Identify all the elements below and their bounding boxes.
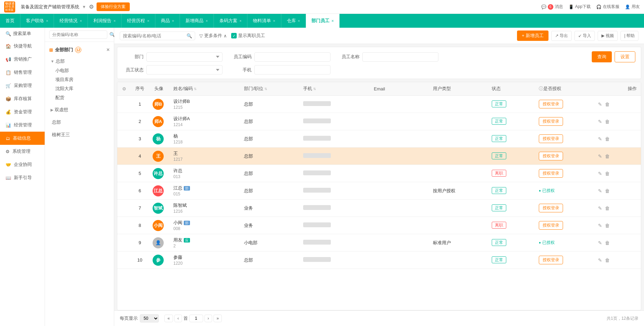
sidebar-item-system[interactable]: ⚙ 系统管理 (0, 145, 45, 158)
video-button[interactable]: ▶ 视频 (598, 31, 618, 41)
dept-group-name[interactable]: ▶ 双虚想 (45, 105, 114, 115)
show-resigned-checkbox[interactable]: ✓ 显示离职员工 (231, 33, 265, 39)
sort-icon[interactable]: ⇅ (194, 87, 197, 91)
delete-icon[interactable]: 🗑 (605, 171, 610, 176)
nav-item-history[interactable]: 经营历程 × (121, 14, 155, 28)
sidebar-item-operations[interactable]: 📊 经营管理 (0, 118, 45, 132)
auth-login-button[interactable]: 授权登录 (539, 221, 563, 230)
delete-icon[interactable]: 🗑 (605, 119, 610, 124)
export-button[interactable]: ↗ 导出 (551, 31, 572, 41)
dept-all-item[interactable]: ⊞ 全部部门 12 ✕ (45, 45, 114, 55)
nav-item-warehouse[interactable]: 仓库 × (281, 14, 306, 28)
edit-icon[interactable]: ✎ (598, 119, 602, 124)
delete-icon[interactable]: 🗑 (605, 223, 610, 228)
search-input[interactable] (123, 33, 185, 38)
edit-icon[interactable]: ✎ (598, 171, 602, 176)
nav-item-product[interactable]: 商品 × (155, 14, 180, 28)
close-icon[interactable]: × (147, 19, 149, 23)
nav-item-barcode[interactable]: 条码方案 × (214, 14, 247, 28)
edit-icon[interactable]: ✎ (598, 102, 602, 107)
edit-icon[interactable]: ✎ (598, 240, 602, 246)
dept-child-project[interactable]: 项目库房 (45, 75, 114, 84)
nav-item-operation[interactable]: 经营情况 × (54, 14, 88, 28)
auth-login-button[interactable]: 授权登录 (539, 152, 563, 160)
settings-icon[interactable]: ⚙ (122, 86, 126, 91)
auth-login-button[interactable]: 授权登录 (539, 100, 563, 108)
sidebar-item-sales[interactable]: 📋 销售管理 (0, 66, 45, 79)
dept-child-delivery[interactable]: 配货 (45, 93, 114, 102)
dept-group-name[interactable]: 植树王三 (45, 130, 114, 140)
close-icon[interactable]: × (46, 19, 48, 23)
edit-icon[interactable]: ✎ (598, 153, 602, 159)
last-page-button[interactable]: » (214, 315, 222, 322)
add-employee-button[interactable]: + 新增员工 (517, 30, 548, 41)
edit-icon[interactable]: ✎ (598, 257, 602, 263)
per-page-select[interactable]: 50 100 (140, 314, 159, 323)
online-service-button[interactable]: 🎧 在线客服 (596, 4, 619, 10)
close-icon[interactable]: × (273, 19, 275, 23)
dept-child-shenyang[interactable]: 沈阳大库 (45, 84, 114, 93)
delete-icon[interactable]: 🗑 (605, 136, 610, 142)
edit-icon[interactable]: ✎ (598, 205, 602, 211)
close-icon[interactable]: × (114, 19, 116, 23)
prev-page-button[interactable]: ‹ (174, 315, 182, 322)
sort-icon[interactable]: ⇅ (264, 87, 267, 91)
delete-icon[interactable]: 🗑 (605, 153, 610, 159)
sidebar-item-finance[interactable]: 💰 资金管理 (0, 105, 45, 118)
sidebar-item-guide[interactable]: 📖 新手引导 (0, 171, 45, 184)
query-button[interactable]: 查询 (592, 51, 612, 62)
sidebar-item-purchase[interactable]: 🛒 采购管理 (0, 79, 45, 92)
delete-icon[interactable]: 🗑 (605, 102, 610, 107)
auth-login-button[interactable]: 授权登录 (539, 134, 563, 143)
auth-login-button[interactable]: 授权登录 (539, 117, 563, 126)
auth-login-button[interactable]: 授权登录 (539, 204, 563, 212)
help-button[interactable]: | 帮助 (620, 31, 638, 41)
more-conditions-button[interactable]: ▽ 更多条件 ∧ (199, 33, 227, 39)
edit-icon[interactable]: ✎ (598, 136, 602, 142)
nav-item-customer[interactable]: 客户联络 × (20, 14, 54, 28)
emp-code-input[interactable] (254, 52, 330, 62)
auth-login-button[interactable]: 授权登录 (539, 169, 563, 178)
nav-item-new-product[interactable]: 新增商品 × (180, 14, 214, 28)
status-filter-select[interactable] (146, 65, 223, 74)
delete-icon[interactable]: 🗑 (605, 188, 610, 194)
close-icon[interactable]: × (80, 19, 82, 23)
sidebar-item-search[interactable]: 🔍 搜索菜单 (0, 28, 45, 39)
sidebar-item-inventory[interactable]: 📦 库存核算 (0, 92, 45, 105)
nav-item-bom[interactable]: 物料清单 × (247, 14, 281, 28)
settings-gear-icon[interactable]: ⚙ (89, 3, 94, 10)
dept-group-name[interactable]: ▼ 总部 (45, 56, 114, 66)
nav-item-home[interactable]: 首页 (0, 14, 20, 28)
app-download-button[interactable]: 📱 App下载 (569, 4, 591, 10)
import-button[interactable]: ↙ 导入 (574, 31, 595, 41)
close-icon[interactable]: × (298, 19, 300, 23)
dropdown-arrow-icon[interactable]: ▼ (82, 5, 86, 9)
delete-icon[interactable]: 🗑 (605, 205, 610, 211)
dept-filter-select[interactable] (146, 52, 223, 62)
sidebar-item-basic-info[interactable]: 🗂 基础信息 (0, 132, 45, 145)
delete-icon[interactable]: 🗑 (605, 257, 610, 263)
reset-button[interactable]: 设置 (615, 51, 635, 62)
sidebar-item-marketing[interactable]: 📢 营销推广 (0, 53, 45, 66)
collapse-icon[interactable]: ✕ (106, 47, 110, 52)
close-icon[interactable]: × (172, 19, 174, 23)
message-button[interactable]: 💬 6 消息 (541, 4, 563, 10)
edit-icon[interactable]: ✎ (598, 188, 602, 194)
close-icon[interactable]: × (332, 19, 334, 23)
trial-button[interactable]: 体验行业方案 (97, 2, 130, 11)
auth-login-button[interactable]: 授权登录 (539, 256, 563, 264)
nav-item-employees[interactable]: 部门员工 × (306, 14, 339, 28)
search-submit-icon[interactable]: 🔍 (187, 33, 192, 38)
first-page-button[interactable]: « (164, 315, 173, 322)
dept-search-input[interactable] (49, 30, 107, 39)
nav-item-profit[interactable]: 利润报告 × (88, 14, 121, 28)
sidebar-item-quick-nav[interactable]: 🏠 快捷导航 (0, 39, 45, 53)
user-button[interactable]: 👤 用友 (625, 4, 640, 10)
close-icon[interactable]: × (206, 19, 208, 23)
dept-group-name[interactable]: 总部 (45, 117, 114, 127)
sort-icon[interactable]: ⇅ (313, 87, 316, 91)
dept-child-small-elec[interactable]: 小电部 (45, 66, 114, 75)
close-icon[interactable]: × (239, 19, 242, 23)
emp-name-input[interactable] (362, 52, 438, 62)
edit-icon[interactable]: ✎ (598, 223, 602, 228)
